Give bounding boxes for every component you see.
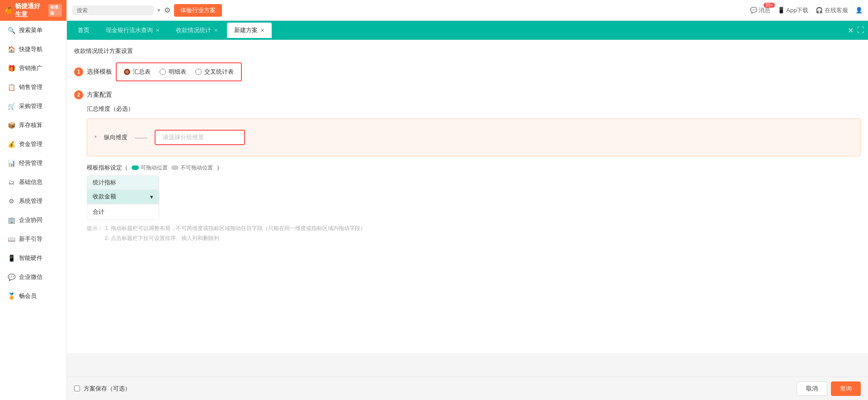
- sidebar-item-label: 营销推广: [19, 64, 42, 72]
- radio-summary[interactable]: 汇总表: [124, 68, 151, 76]
- sidebar-item-wechat[interactable]: 💬 企业微信: [0, 268, 66, 287]
- radio-detail-input[interactable]: [160, 69, 166, 75]
- sidebar-item-basic[interactable]: 🗂 基础信息: [0, 173, 66, 192]
- radio-cross-input[interactable]: [195, 69, 202, 75]
- footer: 方案保存（可选） 取消 查询: [67, 376, 868, 400]
- sidebar-item-purchase[interactable]: 🛒 采购管理: [0, 97, 66, 116]
- cell-subtotal-label: 合计: [93, 208, 104, 215]
- sidebar-item-label: 企业协同: [19, 216, 42, 224]
- tips-content: 1. 拖动标题栏可以调整布局，不可跨维度或指标区域拖动任目字段（只能在同一维度或…: [105, 224, 366, 243]
- metrics-column-header[interactable]: 收款金额 ▾: [87, 190, 159, 204]
- quick-nav-icon: 🏠: [7, 45, 15, 53]
- metrics-table: 统计指标 收款金额 ▾ 合计: [87, 175, 159, 220]
- step1-number: 1: [74, 67, 83, 76]
- sidebar-item-finance[interactable]: 💰 资金管理: [0, 135, 66, 154]
- column1-dropdown-icon[interactable]: ▾: [150, 193, 153, 200]
- sidebar-item-label: 企业微信: [19, 273, 42, 281]
- tab-payment-stat[interactable]: 收款情况统计 ✕: [169, 23, 225, 38]
- radio-detail[interactable]: 明细表: [160, 68, 186, 76]
- column1-label: 收款金额: [93, 193, 116, 201]
- footer-actions: 取消 查询: [797, 381, 861, 396]
- sidebar-item-label: 采购管理: [19, 102, 42, 110]
- sidebar-item-label: 资金管理: [19, 140, 42, 148]
- tip-item-2: 2. 点击标题栏下拉可设置排序、插入列和删除列: [105, 234, 366, 244]
- sidebar-item-inventory[interactable]: 📦 库存核算: [0, 116, 66, 135]
- dimension-section-title: 汇总维度（必选）: [87, 105, 861, 113]
- topbar: ▾ ⚙ 体验行业方案 💬 消息 99+ 📱 App下载 🎧 在线客服 👤: [67, 0, 868, 21]
- industry-button[interactable]: 体验行业方案: [174, 4, 222, 17]
- tab-expand-icon[interactable]: ⛶: [857, 26, 864, 35]
- metrics-cell-subtotal: 合计: [87, 204, 159, 220]
- metrics-title: 模板指标设定（: [87, 164, 128, 172]
- radio-group-templates: 汇总表 明细表 交叉统计表: [124, 68, 234, 76]
- gear-icon[interactable]: ⚙: [164, 6, 170, 14]
- app-logo: 🍊 畅捷通好生意 标准版: [0, 0, 66, 21]
- save-plan-checkbox[interactable]: [74, 386, 80, 391]
- tab-home[interactable]: 首页: [71, 23, 97, 38]
- guide-icon: 📖: [7, 235, 15, 243]
- radio-cross[interactable]: 交叉统计表: [195, 68, 234, 76]
- download-link[interactable]: 📱 App下载: [778, 6, 808, 14]
- tab-new-plan-close[interactable]: ✕: [260, 28, 264, 33]
- radio-cross-label: 交叉统计表: [204, 68, 234, 76]
- tab-payment-stat-close[interactable]: ✕: [214, 28, 218, 33]
- sidebar-item-operations[interactable]: 📊 经营管理: [0, 154, 66, 173]
- step2-label: 方案配置: [87, 91, 112, 99]
- sidebar-item-label: 畅会员: [19, 292, 37, 300]
- tip-1-text: 1. 拖动标题栏可以调整布局，不可跨维度或指标区域拖动任目字段（只能在同一维度或…: [105, 224, 366, 234]
- non-draggable-hint-box: [171, 165, 179, 170]
- metrics-header: 模板指标设定（ 可拖动位置 不可拖动位置 ）: [87, 164, 861, 172]
- message-badge[interactable]: 💬 消息 99+: [750, 6, 771, 14]
- sidebar-item-marketing[interactable]: 🎁 营销推广: [0, 59, 66, 78]
- radio-summary-input[interactable]: [124, 69, 130, 75]
- draggable-hint: 可拖动位置: [132, 164, 168, 172]
- basic-icon: 🗂: [7, 178, 15, 186]
- step1-section: 1 选择模板 汇总表 明细表: [74, 62, 861, 81]
- tab-cashflow[interactable]: 现金银行流水查询 ✕: [99, 23, 167, 38]
- sidebar-item-system[interactable]: ⚙ 系统管理: [0, 192, 66, 211]
- sidebar-item-quick-nav[interactable]: 🏠 快捷导航: [0, 40, 66, 59]
- vertical-dimension-label: 纵向维度: [104, 133, 127, 141]
- smart-hw-icon: 📱: [7, 254, 15, 262]
- page-title: 收款情况统计方案设置: [74, 47, 861, 55]
- arrow-icon: ——: [135, 134, 147, 141]
- metrics-table-header: 统计指标: [87, 176, 159, 190]
- sidebar-item-label: 销售管理: [19, 83, 42, 91]
- app-logo-icon: 🍊: [5, 7, 12, 14]
- cancel-button[interactable]: 取消: [797, 381, 827, 396]
- tab-new-plan[interactable]: 新建方案 ✕: [227, 23, 272, 38]
- save-plan-label: 方案保存（可选）: [84, 385, 131, 393]
- search-dropdown-icon[interactable]: ▾: [157, 7, 160, 14]
- finance-icon: 💰: [7, 140, 15, 148]
- sidebar-item-member[interactable]: 🏅 畅会员: [0, 287, 66, 306]
- tips-prefix: 提示：: [87, 224, 103, 234]
- sidebar-item-search-menu[interactable]: 🔍 搜索菜单: [0, 21, 66, 40]
- sidebar-item-guide[interactable]: 📖 新手引导: [0, 230, 66, 249]
- enterprise-icon: 🏢: [7, 216, 15, 224]
- sidebar-item-enterprise[interactable]: 🏢 企业协同: [0, 211, 66, 230]
- search-input[interactable]: [72, 5, 154, 15]
- topbar-right: 💬 消息 99+ 📱 App下载 🎧 在线客服 👤: [750, 6, 863, 14]
- sidebar-item-sales[interactable]: 📋 销售管理: [0, 78, 66, 97]
- sidebar: 🍊 畅捷通好生意 标准版 🔍 搜索菜单 🏠 快捷导航 🎁 营销推广 📋 销售管理…: [0, 0, 67, 400]
- user-avatar[interactable]: 👤: [855, 7, 863, 14]
- tabbar-actions: ✕ ⛶: [848, 26, 864, 35]
- message-label: 消息: [759, 7, 770, 14]
- sidebar-item-label: 基础信息: [19, 178, 42, 186]
- message-count: 99+: [764, 3, 775, 8]
- draggable-label: 可拖动位置: [141, 164, 168, 172]
- operations-icon: 📊: [7, 159, 15, 167]
- query-button[interactable]: 查询: [831, 381, 861, 396]
- support-link[interactable]: 🎧 在线客服: [816, 6, 848, 14]
- dimension-select[interactable]: 请选择分组维度: [155, 130, 245, 145]
- step2-header: 2 方案配置: [74, 90, 861, 99]
- tab-close-all-icon[interactable]: ✕: [848, 26, 854, 35]
- sidebar-item-label: 库存核算: [19, 121, 42, 129]
- app-name: 畅捷通好生意: [15, 2, 46, 19]
- tab-cashflow-close[interactable]: ✕: [156, 28, 160, 33]
- tab-cashflow-label: 现金银行流水查询: [106, 26, 153, 34]
- sidebar-item-smart-hw[interactable]: 📱 智能硬件: [0, 249, 66, 268]
- system-icon: ⚙: [7, 197, 15, 205]
- sidebar-item-label: 新手引导: [19, 235, 42, 243]
- content-inner: 收款情况统计方案设置 1 选择模板 汇总表: [67, 40, 868, 353]
